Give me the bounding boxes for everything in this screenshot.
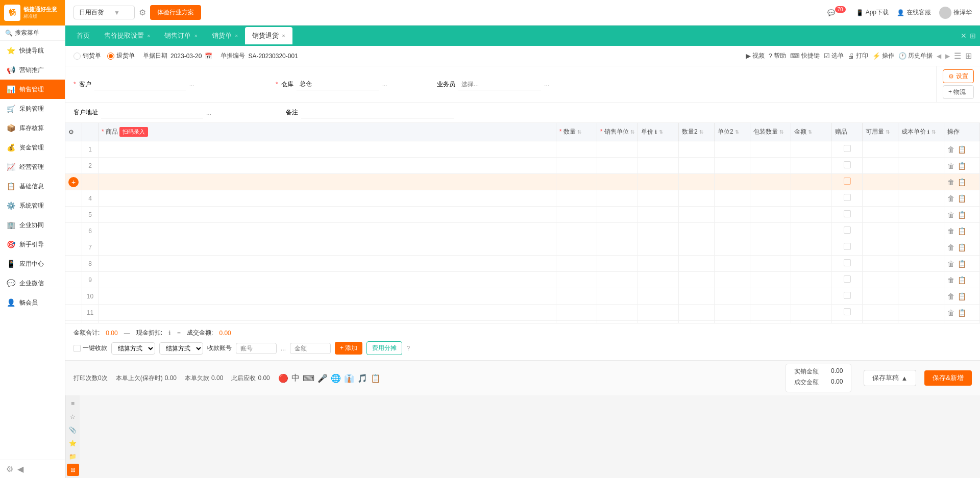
industry-select[interactable]: 日用百货 ▼	[74, 6, 135, 19]
tab-close-all-icon[interactable]: ✕	[961, 32, 967, 40]
settings-bottom-icon[interactable]: ⚙	[6, 464, 13, 474]
row1-product-input[interactable]	[102, 146, 553, 153]
right-panel-icon5[interactable]: 📁	[67, 450, 79, 463]
calc-method-select[interactable]: 结算方式	[159, 342, 203, 355]
nav-prev-icon[interactable]: ◀	[937, 53, 941, 60]
row3-pack[interactable]	[750, 174, 791, 190]
row1-delete-icon[interactable]: 🗑	[947, 145, 954, 154]
sidebar-item-purchase[interactable]: 🛒 采购管理	[0, 99, 65, 118]
row2-gift[interactable]	[832, 158, 863, 174]
row2-available[interactable]	[863, 158, 898, 174]
warehouse-dots[interactable]: ...	[382, 81, 387, 88]
row7-del[interactable]: 🗑	[947, 243, 954, 251]
sidebar-item-inventory[interactable]: 📦 库存核算	[0, 118, 65, 138]
sidebar-item-basic[interactable]: 📋 基础信息	[0, 177, 65, 196]
tab-home[interactable]: 首页	[69, 27, 97, 44]
sidebar-item-guide[interactable]: 🎯 新手引导	[0, 235, 65, 254]
sidebar-item-business[interactable]: 📈 经营管理	[0, 157, 65, 177]
right-panel-icon2[interactable]: ☆	[67, 411, 79, 423]
sidebar-item-enterprise[interactable]: 🏢 企业协同	[0, 215, 65, 235]
pack-sort-icon[interactable]: ⇅	[779, 129, 783, 135]
right-panel-icon1[interactable]: ≡	[67, 397, 79, 410]
row3-qty2[interactable]	[679, 174, 715, 190]
save-new-btn[interactable]: 保存&新增	[924, 370, 972, 386]
row8-del[interactable]: 🗑	[947, 260, 954, 268]
row1-product[interactable]	[99, 141, 556, 158]
customer-dots[interactable]: ...	[189, 81, 194, 88]
table-view-icon[interactable]: ⊞	[965, 51, 972, 61]
row3-price[interactable]	[638, 174, 679, 190]
select-btn[interactable]: ☑ 选单	[824, 52, 844, 60]
cost-split-btn[interactable]: 费用分摊	[366, 341, 402, 355]
sidebar-item-marketing[interactable]: 📢 营销推广	[0, 60, 65, 80]
tab-sales-order[interactable]: 销售订单 ×	[157, 27, 204, 44]
tab-close-sales-order[interactable]: ×	[194, 33, 197, 39]
sidebar-item-finance[interactable]: 💰 资金管理	[0, 138, 65, 157]
search-menu[interactable]: 🔍 搜索菜单	[0, 26, 65, 41]
logistics-btn[interactable]: + 物流	[943, 85, 974, 99]
row1-pack[interactable]	[750, 141, 791, 158]
calendar-icon[interactable]: 📅	[205, 53, 212, 60]
shortcut-btn[interactable]: ⌨ 快捷键	[790, 52, 820, 60]
row10-del[interactable]: 🗑	[947, 292, 954, 300]
row5-del[interactable]: 🗑	[947, 211, 954, 219]
save-draft-btn[interactable]: 保存草稿 ▲	[864, 370, 916, 386]
address-input[interactable]	[101, 107, 203, 118]
collapse-icon[interactable]: ◀	[17, 464, 23, 474]
row3-unit2[interactable]	[715, 174, 750, 190]
qty2-sort-icon[interactable]: ⇅	[699, 129, 703, 135]
sidebar-item-wechat[interactable]: 💬 企业微信	[0, 273, 65, 293]
sidebar-item-member[interactable]: 👤 畅会员	[0, 293, 65, 312]
row1-copy-icon[interactable]: 📋	[958, 145, 966, 154]
right-panel-icon3[interactable]: 📎	[67, 424, 79, 436]
row3-copy-icon[interactable]: 📋	[958, 178, 966, 186]
right-panel-icon4[interactable]: ⭐	[67, 437, 79, 449]
tab-sales-delivery[interactable]: 销货单 ×	[205, 27, 245, 44]
row1-amount[interactable]	[791, 141, 832, 158]
radio-return[interactable]: 退货单	[107, 52, 135, 60]
sidebar-item-sales[interactable]: 📊 销售管理	[0, 80, 65, 99]
user-item[interactable]: 徐泽华	[939, 7, 972, 19]
tab-close-sales-delivery[interactable]: ×	[235, 33, 238, 39]
row2-qty2[interactable]	[679, 158, 715, 174]
account-input[interactable]	[236, 343, 277, 354]
row2-unit2[interactable]	[715, 158, 750, 174]
history-btn[interactable]: 🕐 历史单据	[898, 52, 933, 60]
row3-unit[interactable]	[597, 174, 638, 190]
row11-del[interactable]: 🗑	[947, 309, 954, 317]
amount-input[interactable]	[290, 343, 331, 354]
row2-qty[interactable]	[556, 158, 597, 174]
notifications-item[interactable]: 💬 70 App下载	[827, 9, 848, 16]
row9-copy[interactable]: 📋	[958, 276, 966, 284]
row1-available[interactable]	[863, 141, 898, 158]
tab-grid-icon[interactable]: ⊞	[970, 32, 976, 40]
grid-view-icon[interactable]: ☰	[954, 51, 961, 61]
row4-del[interactable]: 🗑	[947, 194, 954, 203]
row3-qty[interactable]	[556, 174, 597, 190]
add-row-btn[interactable]: +	[68, 177, 79, 187]
th-settings[interactable]: ⚙	[65, 123, 82, 141]
operate-btn[interactable]: ⚡ 操作	[872, 52, 894, 60]
row2-copy-icon[interactable]: 📋	[958, 162, 966, 170]
avail-sort-icon[interactable]: ⇅	[886, 129, 890, 135]
salesperson-input[interactable]	[458, 79, 541, 90]
unit2-sort-icon[interactable]: ⇅	[735, 129, 739, 135]
salesperson-dots[interactable]: ...	[544, 81, 549, 88]
row9-del[interactable]: 🗑	[947, 276, 954, 284]
video-btn[interactable]: ▶ 视频	[746, 52, 765, 60]
row2-delete-icon[interactable]: 🗑	[947, 162, 954, 170]
row6-del[interactable]: 🗑	[947, 227, 954, 235]
row6-copy[interactable]: 📋	[958, 227, 966, 235]
price-sort-icon[interactable]: ⇅	[659, 129, 663, 135]
row5-copy[interactable]: 📋	[958, 211, 966, 219]
row2-pack[interactable]	[750, 158, 791, 174]
radio-delivery[interactable]: 销货单	[74, 52, 101, 60]
row1-gift[interactable]	[832, 141, 863, 158]
one-click-payment-checkbox[interactable]: 一键收款	[74, 344, 107, 353]
right-panel-icon6[interactable]: ⊞	[67, 464, 79, 476]
remark-input[interactable]	[301, 107, 454, 118]
row3-cost[interactable]	[898, 174, 944, 190]
amount-sort-icon[interactable]: ⇅	[808, 129, 812, 135]
row2-price[interactable]	[638, 158, 679, 174]
nav-next-icon[interactable]: ▶	[945, 53, 950, 60]
